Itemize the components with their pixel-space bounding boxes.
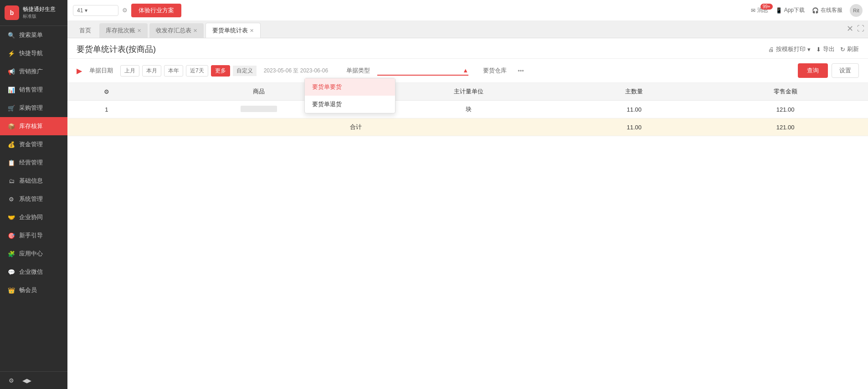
sidebar-item-enterprise[interactable]: 🤝 企业协同 [0,208,67,226]
this-month-btn[interactable]: 本月 [142,65,161,77]
expand-tab-icon[interactable]: ⛶ [857,25,864,33]
total-index [67,118,146,136]
finance-icon: 💰 [7,140,15,148]
export-button[interactable]: ⬇ 导出 [816,45,835,53]
sidebar-item-system[interactable]: ⚙ 系统管理 [0,190,67,208]
topbar-left: 41 ▾ ⚙ 体验行业方案 [73,4,745,17]
settings-icon[interactable]: ⚙ [7,376,15,384]
tab-batch-close[interactable]: ✕ [137,28,141,34]
topbar: 41 ▾ ⚙ 体验行业方案 ✉ 消息 99+ 📱 App下载 🎧 在线客服 Ri… [67,0,868,21]
shortcut-label: 快捷导航 [19,49,43,57]
dropdown-item-demand-goods[interactable]: 要货单要货 [305,78,395,96]
page-header: 要货单统计表(按商品) 🖨 按模板打印 ▾ ⬇ 导出 ↻ 刷新 [67,38,868,59]
shortcut-icon: ⚡ [7,49,15,57]
sidebar-item-finance[interactable]: 💰 资金管理 [0,135,67,154]
table-settings-icon[interactable]: ⚙ [104,88,109,95]
dropdown-item-demand-return[interactable]: 要货单退货 [305,96,395,113]
topbar-right: ✉ 消息 99+ 📱 App下载 🎧 在线客服 Rit [751,4,863,17]
app-download-button[interactable]: 📱 App下载 [776,6,805,14]
tab-collect[interactable]: 收发存汇总表 ✕ [149,23,204,38]
date-label: 单据日期 [89,67,113,75]
type-input-wrap: ▲ [377,66,468,76]
messages-button[interactable]: ✉ 消息 99+ [751,6,768,14]
headset-icon: 🎧 [812,7,819,14]
tab-home[interactable]: 首页 [73,23,98,38]
search-icon: 🔍 [7,31,15,39]
sidebar-item-operations[interactable]: 📋 经营管理 [0,154,67,172]
marketing-label: 营销推广 [19,67,43,76]
online-service-button[interactable]: 🎧 在线客服 [812,6,842,14]
tab-collect-label: 收发存汇总表 [156,26,191,35]
print-icon: 🖨 [768,46,774,53]
sidebar-item-apps[interactable]: 🧩 应用中心 [0,245,67,263]
last-7days-btn[interactable]: 近7天 [186,65,208,77]
last-month-btn[interactable]: 上月 [120,65,139,77]
date-buttons: 上月 本月 本年 近7天 更多 自定义 [120,65,257,77]
sidebar-item-shortcut[interactable]: ⚡ 快捷导航 [0,44,67,62]
phone-icon: 📱 [776,7,782,14]
purchase-label: 采购管理 [19,104,43,112]
type-arrow-icon[interactable]: ▲ [462,67,468,74]
user-avatar[interactable]: Rit [850,4,863,17]
settings-button[interactable]: 设置 [832,63,859,78]
sidebar: b 畅捷通好生意 标准版 🔍 搜索菜单 ⚡ 快捷导航 📢 营销推广 📊 销售管理… [0,0,67,389]
col-amount: 零售金额 [703,83,868,101]
page-title: 要货单统计表(按商品) [77,44,156,55]
sidebar-item-inventory[interactable]: 📦 库存核算 [0,117,67,135]
apps-label: 应用中心 [19,250,43,258]
finance-label: 资金管理 [19,140,43,148]
sidebar-bottom: ⚙ ◀▶ [0,371,67,389]
tab-collect-close[interactable]: ✕ [193,28,197,34]
sales-label: 销售管理 [19,86,43,94]
trial-button[interactable]: 体验行业方案 [131,4,181,17]
print-chevron-icon: ▾ [807,46,811,53]
logo-icon: b [5,5,19,20]
this-year-btn[interactable]: 本年 [164,65,183,77]
basic-label: 基础信息 [19,177,43,185]
sidebar-item-guide[interactable]: 🎯 新手引导 [0,226,67,245]
type-dropdown: 要货单要货 要货单退货 [304,78,395,113]
more-btn[interactable]: 更多 [211,65,230,77]
row-quantity: 11.00 [565,101,703,118]
row-amount: 121.00 [703,101,868,118]
branch-select[interactable]: 41 ▾ [73,5,118,16]
warehouse-dots-icon[interactable]: ••• [518,67,524,74]
app-logo: b 畅捷通好生意 标准版 [0,0,67,26]
row-index: 1 [67,101,146,118]
sidebar-item-basic[interactable]: 🗂 基础信息 [0,172,67,190]
inventory-label: 库存核算 [19,122,43,130]
sidebar-item-member[interactable]: 👑 畅会员 [0,281,67,299]
query-button[interactable]: 查询 [798,63,828,78]
enterprise-label: 企业协同 [19,213,43,221]
select-chevron-icon: ▾ [85,7,87,14]
wechat-icon: 💬 [7,268,15,276]
collapse-icon[interactable]: ◀▶ [23,376,31,384]
tab-demand-close[interactable]: ✕ [250,28,254,34]
col-settings: ⚙ [67,83,146,101]
guide-label: 新手引导 [19,231,43,240]
type-input[interactable] [377,66,462,75]
sidebar-item-sales[interactable]: 📊 销售管理 [0,81,67,99]
tab-demand[interactable]: 要货单统计表 ✕ [205,23,261,38]
sidebar-item-search[interactable]: 🔍 搜索菜单 [0,26,67,44]
inventory-icon: 📦 [7,122,15,130]
tab-batch-label: 库存批次账 [106,26,135,35]
refresh-button[interactable]: ↻ 刷新 [840,45,859,53]
col-unit: 主计量单位 [372,83,565,101]
topbar-gear-icon[interactable]: ⚙ [122,7,128,14]
sidebar-item-wechat[interactable]: 💬 企业微信 [0,263,67,281]
tab-batch[interactable]: 库存批次账 ✕ [99,23,148,38]
sidebar-item-purchase[interactable]: 🛒 采购管理 [0,99,67,117]
filter-expand-icon[interactable]: ▶ [77,67,82,75]
custom-btn[interactable]: 自定义 [233,66,257,76]
logo-text: 畅捷通好生意 标准版 [23,6,56,20]
message-icon: ✉ [751,7,755,14]
data-table: ⚙ 商品 主计量单位 主数量 零售金额 1 块 11.00 121.00 合计 … [67,83,868,136]
total-label: 合计 [146,118,565,136]
warehouse-label: 要货仓库 [483,67,507,75]
operations-icon: 📋 [7,159,15,167]
print-button[interactable]: 🖨 按模板打印 ▾ [768,45,811,53]
member-icon: 👑 [7,286,15,294]
close-tab-icon[interactable]: ✕ [847,24,853,34]
sidebar-item-marketing[interactable]: 📢 营销推广 [0,62,67,81]
